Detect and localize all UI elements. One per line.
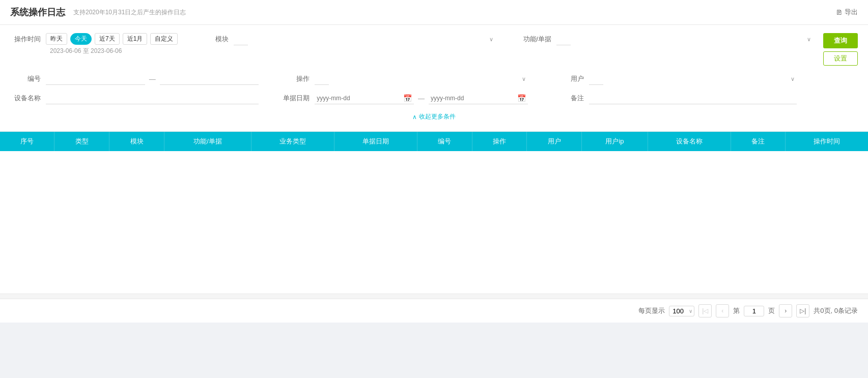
page-header: 系统操作日志 支持2020年10月31日之后产生的操作日志 🖹 导出 <box>0 0 868 25</box>
per-page-wrapper: 10 20 50 100 200 <box>669 306 694 316</box>
number-input-end[interactable] <box>160 73 259 85</box>
collapse-label: 收起更多条件 <box>419 112 456 121</box>
number-input-start[interactable] <box>46 73 145 85</box>
page-number-input[interactable] <box>744 306 764 316</box>
total-info: 共0页, 0条记录 <box>814 306 858 315</box>
date-end-input[interactable] <box>429 93 528 104</box>
page-subtitle: 支持2020年10月31日之后产生的操作日志 <box>73 8 186 17</box>
chevron-up-icon: ∧ <box>412 113 417 121</box>
col-voucher-date: 单据日期 <box>334 132 417 151</box>
remark-label: 备注 <box>548 94 589 103</box>
date-start-input[interactable] <box>315 93 414 104</box>
number-dash: — <box>145 75 160 83</box>
col-index: 序号 <box>0 132 54 151</box>
func-select[interactable] <box>556 33 571 45</box>
user-select[interactable] <box>589 73 603 85</box>
operation-select[interactable] <box>315 73 329 85</box>
action-buttons: 查询 设置 <box>823 33 858 66</box>
col-operation: 操作 <box>472 132 527 151</box>
prev-page-button[interactable]: ‹ <box>716 304 729 317</box>
per-page-select[interactable]: 10 20 50 100 200 <box>669 306 694 316</box>
time-btn-today[interactable]: 今天 <box>70 33 92 45</box>
col-func: 功能/单据 <box>164 132 251 151</box>
col-device: 设备名称 <box>648 132 731 151</box>
page-title: 系统操作日志 <box>10 6 65 18</box>
col-biz-type: 业务类型 <box>251 132 334 151</box>
date-dash: — <box>414 95 429 102</box>
data-table: 序号 类型 模块 功能/单据 业务类型 单据日期 编号 操作 用户 用户ip 设… <box>0 132 868 151</box>
query-button[interactable]: 查询 <box>823 33 858 48</box>
date-start-wrapper: 📅 <box>315 93 414 104</box>
time-btn-7days[interactable]: 近7天 <box>95 33 120 45</box>
date-end-wrapper: 📅 <box>429 93 528 104</box>
col-op-time: 操作时间 <box>786 132 868 151</box>
col-remark: 备注 <box>731 132 786 151</box>
module-label: 模块 <box>198 35 234 44</box>
device-input[interactable] <box>46 92 259 104</box>
next-page-button[interactable]: › <box>779 304 792 317</box>
user-label: 用户 <box>548 74 589 83</box>
number-label: 编号 <box>10 74 46 83</box>
time-range: 2023-06-06 至 2023-06-06 <box>50 47 122 54</box>
horizontal-scrollbar[interactable] <box>0 294 868 299</box>
empty-area <box>0 151 868 294</box>
voucher-date-label: 单据日期 <box>279 94 315 103</box>
collapse-bar[interactable]: ∧ 收起更多条件 <box>10 108 858 123</box>
per-page-label: 每页显示 <box>638 306 665 315</box>
col-user: 用户 <box>527 132 582 151</box>
module-select[interactable] <box>234 33 248 45</box>
footer-bar: 每页显示 10 20 50 100 200 |◁ ‹ 第 页 › ▷| 共0页,… <box>0 299 868 323</box>
func-label: 功能/单据 <box>516 35 556 44</box>
table-section: 序号 类型 模块 功能/单据 业务类型 单据日期 编号 操作 用户 用户ip 设… <box>0 132 868 294</box>
operation-label: 操作 <box>279 74 315 83</box>
time-btn-custom[interactable]: 自定义 <box>150 33 178 45</box>
filter-panel: 操作时间 昨天 今天 近7天 近1月 自定义 2023-06-06 至 2023… <box>0 25 868 132</box>
calendar-end-icon[interactable]: 📅 <box>517 94 526 102</box>
remark-input[interactable] <box>589 92 797 104</box>
col-module: 模块 <box>109 132 164 151</box>
time-buttons: 昨天 今天 近7天 近1月 自定义 <box>46 33 178 45</box>
time-label: 操作时间 <box>10 35 46 44</box>
export-button[interactable]: 🖹 导出 <box>836 8 858 17</box>
time-btn-yesterday[interactable]: 昨天 <box>46 33 67 45</box>
page-suffix: 页 <box>768 306 775 315</box>
settings-button[interactable]: 设置 <box>823 51 858 66</box>
last-page-button[interactable]: ▷| <box>796 304 809 317</box>
col-user-ip: 用户ip <box>582 132 648 151</box>
first-page-button[interactable]: |◁ <box>698 304 712 317</box>
export-icon: 🖹 <box>836 9 843 16</box>
col-number: 编号 <box>417 132 472 151</box>
table-header-row: 序号 类型 模块 功能/单据 业务类型 单据日期 编号 操作 用户 用户ip 设… <box>0 132 868 151</box>
page-label: 第 <box>733 306 740 315</box>
calendar-start-icon[interactable]: 📅 <box>403 94 412 102</box>
col-type: 类型 <box>54 132 109 151</box>
time-btn-1month[interactable]: 近1月 <box>123 33 148 45</box>
device-label: 设备名称 <box>10 94 46 103</box>
